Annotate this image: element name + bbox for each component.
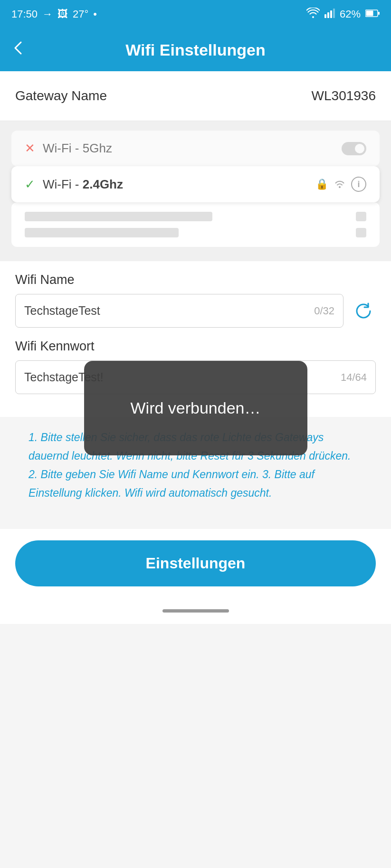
svg-rect-6 xyxy=(366,11,373,16)
wifi-card-24ghz[interactable]: ✓ Wi-Fi - 2.4Ghz 🔒 i xyxy=(11,166,380,202)
wifi-cards-container: ✕ Wi-Fi - 5Ghz ✓ Wi-Fi - 2.4Ghz 🔒 xyxy=(0,121,391,261)
status-dot: • xyxy=(93,8,97,20)
back-button[interactable] xyxy=(11,40,27,60)
wifi-password-counter: 14/64 xyxy=(341,371,367,384)
wifi-card-5ghz[interactable]: ✕ Wi-Fi - 5Ghz xyxy=(11,131,380,166)
status-time: 17:50 xyxy=(11,8,38,20)
bottom-button-area: Einstellungen xyxy=(0,529,391,601)
wifi-password-section: Wifi Kennwort TechstageTest! 14/64 xyxy=(15,339,376,394)
info-icon-24ghz[interactable]: i xyxy=(351,177,366,192)
wifi-name-row: TechstageTest 0/32 xyxy=(15,294,376,328)
gateway-row: Gateway Name WL301936 xyxy=(0,71,391,121)
home-bar xyxy=(162,609,229,613)
wifi-password-input[interactable]: TechstageTest! 14/64 xyxy=(15,360,376,394)
check-icon-24ghz: ✓ xyxy=(25,177,35,192)
svg-rect-5 xyxy=(378,12,380,15)
placeholder-rows xyxy=(11,202,380,247)
wifi-name-input[interactable]: TechstageTest 0/32 xyxy=(15,294,343,328)
battery-percent: 62% xyxy=(340,8,361,20)
refresh-button[interactable] xyxy=(351,299,376,323)
status-image-icon: 🖼 xyxy=(57,8,68,20)
wifi-name-label: Wifi Name xyxy=(15,273,376,287)
form-section: Wifi Name TechstageTest 0/32 Wifi Kennwo… xyxy=(0,261,391,417)
battery-icon xyxy=(365,8,380,20)
status-bar: 17:50 → 🖼 27° • 62% xyxy=(0,0,391,28)
wifi-name-24ghz: Wi-Fi - 2.4Ghz xyxy=(43,177,123,192)
einstellungen-button[interactable]: Einstellungen xyxy=(15,540,376,586)
signal-icon xyxy=(324,8,335,21)
wifi-status-icon xyxy=(306,8,320,21)
wifi-password-input-value: TechstageTest! xyxy=(24,370,104,384)
wifi-signal-icon xyxy=(334,179,345,190)
info-box: 1. Bitte stellen Sie sicher, dass das ro… xyxy=(15,417,376,514)
svg-point-7 xyxy=(339,186,341,188)
svg-rect-3 xyxy=(333,9,335,18)
gateway-name-label: Gateway Name xyxy=(15,88,107,104)
info-text: 1. Bitte stellen Sie sicher, dass das ro… xyxy=(29,428,362,502)
status-temp: 27° xyxy=(73,8,88,20)
wifi-name-counter: 0/32 xyxy=(314,305,334,317)
page-title: Wifi Einstellungen xyxy=(125,41,265,59)
lock-icon: 🔒 xyxy=(315,178,328,190)
wifi-name-input-value: TechstageTest xyxy=(24,304,100,318)
header: Wifi Einstellungen xyxy=(0,28,391,71)
svg-rect-0 xyxy=(324,14,326,18)
wifi-name-5ghz: Wi-Fi - 5Ghz xyxy=(43,141,112,156)
status-left: 17:50 → 🖼 27° • xyxy=(11,8,97,20)
wifi-password-label: Wifi Kennwort xyxy=(15,339,376,354)
x-icon-5ghz: ✕ xyxy=(25,141,35,156)
gateway-name-value: WL301936 xyxy=(312,88,376,104)
status-arrow: → xyxy=(42,8,53,20)
svg-rect-2 xyxy=(330,10,332,18)
wifi-password-row: TechstageTest! 14/64 xyxy=(15,360,376,394)
svg-rect-1 xyxy=(327,12,329,18)
wifi-name-section: Wifi Name TechstageTest 0/32 xyxy=(15,273,376,328)
home-indicator xyxy=(0,601,391,624)
toggle-5ghz[interactable] xyxy=(342,142,366,155)
status-right: 62% xyxy=(306,8,380,21)
